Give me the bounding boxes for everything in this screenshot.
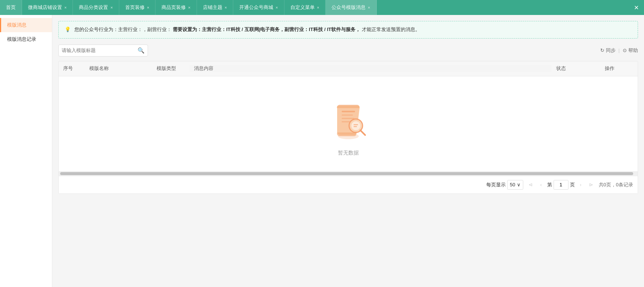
content-area: 💡 您的公众号行业为：主营行业：，副营行业： 需要设置为：主营行业：IT科技 /… bbox=[52, 15, 644, 287]
close-tab-template-msg[interactable]: × bbox=[368, 5, 370, 10]
search-input[interactable] bbox=[62, 48, 138, 53]
table-header: 序号 模版名称 模版类型 消息内容 状态 操作 bbox=[59, 61, 638, 76]
tab-template-msg[interactable]: 公众号模版消息 × bbox=[326, 0, 376, 15]
tab-home[interactable]: 首页 bbox=[0, 0, 22, 15]
close-tab-category-settings[interactable]: × bbox=[110, 5, 113, 10]
empty-icon bbox=[326, 99, 371, 144]
empty-state: 暂无数据 bbox=[59, 76, 638, 171]
th-type: 模版类型 bbox=[152, 65, 189, 72]
notice-icon: 💡 bbox=[65, 27, 71, 32]
search-input-wrap: 🔍 bbox=[58, 45, 148, 57]
svg-line-7 bbox=[360, 130, 365, 135]
sidebar-item-template-message[interactable]: 模版消息 bbox=[0, 18, 52, 32]
search-row: 🔍 ↻ 同步 | ⊙ 帮助 bbox=[58, 45, 638, 57]
chevron-down-icon: ∨ bbox=[517, 182, 521, 187]
tab-product-decor[interactable]: 商品页装修 × bbox=[155, 0, 197, 15]
sync-button[interactable]: ↻ 同步 bbox=[600, 47, 616, 54]
close-tab-custom-menu[interactable]: × bbox=[317, 5, 319, 10]
sidebar-item-template-message-log[interactable]: 模版消息记录 bbox=[0, 32, 52, 46]
notice-box: 💡 您的公众号行业为：主营行业：，副营行业： 需要设置为：主营行业：IT科技 /… bbox=[58, 21, 638, 39]
toolbar-right: ↻ 同步 | ⊙ 帮助 bbox=[600, 47, 638, 54]
close-tab-wshop-settings[interactable]: × bbox=[64, 5, 67, 10]
search-icon[interactable]: 🔍 bbox=[138, 47, 145, 54]
close-tab-open-mall[interactable]: × bbox=[275, 5, 278, 10]
tab-category-settings[interactable]: 商品分类设置 × bbox=[73, 0, 119, 15]
tab-custom-menu[interactable]: 自定义菜单 × bbox=[284, 0, 326, 15]
per-page-select: 每页显示 50 ∨ bbox=[486, 180, 523, 190]
tab-open-mall[interactable]: 开通公众号商城 × bbox=[233, 0, 284, 15]
close-tab-shop-theme[interactable]: × bbox=[225, 5, 227, 10]
close-all-tabs[interactable]: ✕ bbox=[629, 0, 644, 15]
main-layout: 模版消息 模版消息记录 💡 您的公众号行业为：主营行业：，副营行业： 需要设置为… bbox=[0, 15, 644, 287]
toolbar-divider: | bbox=[619, 48, 620, 53]
svg-rect-8 bbox=[354, 124, 358, 125]
tab-shop-theme[interactable]: 店铺主题 × bbox=[197, 0, 233, 15]
page-nav: ⊲ ‹ 第 页 › ⊳ bbox=[526, 180, 596, 190]
svg-point-6 bbox=[351, 121, 360, 130]
first-page-button[interactable]: ⊲ bbox=[526, 180, 535, 189]
per-page-dropdown[interactable]: 50 ∨ bbox=[507, 180, 523, 190]
tab-bar: 首页 微商城店铺设置 × 商品分类设置 × 首页装修 × 商品页装修 × 店铺主… bbox=[0, 0, 644, 15]
th-content: 消息内容 bbox=[189, 65, 552, 72]
svg-rect-3 bbox=[342, 118, 354, 119]
th-status: 状态 bbox=[552, 65, 600, 72]
svg-rect-1 bbox=[342, 111, 355, 112]
help-icon: ⊙ bbox=[623, 48, 627, 53]
sidebar: 模版消息 模版消息记录 bbox=[0, 15, 52, 287]
page-number-input[interactable] bbox=[554, 180, 568, 190]
svg-rect-2 bbox=[342, 115, 353, 116]
th-name: 模版名称 bbox=[85, 65, 152, 72]
svg-rect-9 bbox=[354, 126, 357, 127]
th-seq: 序号 bbox=[59, 65, 85, 72]
th-action: 操作 bbox=[600, 65, 638, 72]
close-tab-home-decor[interactable]: × bbox=[147, 5, 149, 10]
total-info: 共0页，0条记录 bbox=[599, 181, 633, 188]
help-button[interactable]: ⊙ 帮助 bbox=[623, 47, 638, 54]
tab-wshop-settings[interactable]: 微商城店铺设置 × bbox=[22, 0, 73, 15]
pagination-row: 每页显示 50 ∨ ⊲ ‹ 第 页 › ⊳ 共0页，0条记录 bbox=[59, 176, 638, 193]
scrollbar-thumb[interactable] bbox=[60, 172, 633, 175]
sync-icon: ↻ bbox=[600, 48, 604, 53]
close-tab-product-decor[interactable]: × bbox=[188, 5, 190, 10]
last-page-button[interactable]: ⊳ bbox=[587, 180, 596, 189]
horizontal-scrollbar[interactable] bbox=[59, 171, 638, 176]
data-table: 序号 模版名称 模版类型 消息内容 状态 操作 bbox=[58, 61, 638, 194]
next-page-button[interactable]: › bbox=[576, 180, 585, 189]
prev-page-button[interactable]: ‹ bbox=[537, 180, 546, 189]
empty-text: 暂无数据 bbox=[338, 150, 359, 156]
tab-home-decor[interactable]: 首页装修 × bbox=[119, 0, 155, 15]
